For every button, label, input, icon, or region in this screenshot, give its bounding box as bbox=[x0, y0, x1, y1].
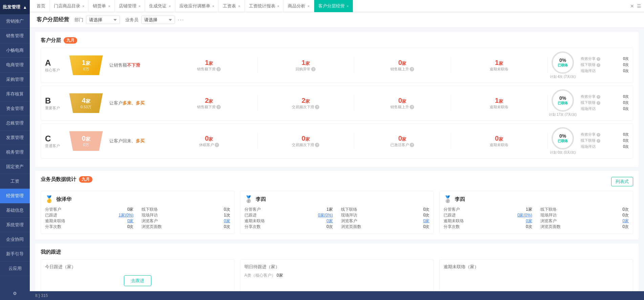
tab-close-icon[interactable]: × bbox=[347, 4, 349, 8]
tab-menu-icon[interactable]: ☰ bbox=[637, 3, 641, 9]
info-icon[interactable]: ? bbox=[410, 143, 414, 147]
followup-col-today: 今日跟进（家） 去跟进 bbox=[41, 259, 235, 291]
sidebar-item-发票管理[interactable]: 发票管理 bbox=[0, 131, 30, 145]
tab-客户分层经营[interactable]: 客户分层经营× bbox=[314, 0, 353, 12]
agent-stat-left-1-1: 已跟进 0家(0%) bbox=[244, 212, 333, 218]
tab-工资表[interactable]: 工资表× bbox=[219, 0, 244, 12]
agent-stat-label: 分管客户 bbox=[244, 207, 261, 212]
sidebar-item-新手引导[interactable]: 新手引导 bbox=[0, 247, 30, 261]
agent-stat-val[interactable]: 0家 bbox=[622, 218, 629, 224]
agent-stat-val: 1家 bbox=[526, 207, 532, 212]
tab-close-icon[interactable]: × bbox=[307, 4, 309, 8]
tab-close-icon[interactable]: × bbox=[238, 4, 240, 8]
side-info-icon[interactable]: ? bbox=[597, 101, 600, 105]
agent-stat-val[interactable]: 0家 bbox=[224, 218, 230, 224]
more-options-btn[interactable]: ··· bbox=[178, 17, 184, 23]
tab-工资统计报表[interactable]: 工资统计报表× bbox=[245, 0, 284, 12]
agent-select[interactable]: 请选择 bbox=[141, 16, 175, 24]
agent-stat-val[interactable]: 0家(0%) bbox=[318, 212, 333, 218]
tab-商品分析[interactable]: 商品分析× bbox=[284, 0, 314, 12]
tier-row-C: C普通客户 0家 0万 让客户回来、多买0家 休眠客户 ? 0家 交易频次下滑 … bbox=[41, 123, 633, 159]
settings-item[interactable]: ⚙ bbox=[0, 287, 30, 300]
agent-stat-val[interactable]: 0家 bbox=[423, 218, 430, 224]
sidebar-item-税务管理[interactable]: 税务管理 bbox=[0, 145, 30, 160]
sidebar-items: 营销推广销售管理小畅电商电商管理采购管理库存核算资金管理总账管理发票管理税务管理… bbox=[0, 14, 30, 276]
followup-tomorrow-title: 明日待跟进（家） bbox=[244, 264, 430, 270]
side-info-icon[interactable]: ? bbox=[597, 133, 600, 137]
tab-close-icon[interactable]: × bbox=[108, 4, 110, 8]
tab-首页[interactable]: 首页 bbox=[33, 0, 50, 12]
followup-a-label: A类（核心客户） 0家 bbox=[244, 273, 430, 278]
sidebar-item-库存核算[interactable]: 库存核算 bbox=[0, 87, 30, 101]
circle-sub: 计划 17次 (7天/次) bbox=[549, 112, 577, 117]
side-stat-label: 线下联络 ? bbox=[581, 138, 600, 143]
agent-stat-label: 浏览页面数 bbox=[142, 224, 162, 230]
sidebar-item-小畅电商[interactable]: 小畅电商 bbox=[0, 43, 30, 58]
sidebar-item-系统管理[interactable]: 系统管理 bbox=[0, 218, 30, 232]
sidebar-collapse-icon[interactable]: ▲ bbox=[23, 5, 27, 10]
goto-followup-button[interactable]: 去跟进 bbox=[124, 275, 151, 286]
tab-close-icon[interactable]: × bbox=[212, 4, 214, 8]
tab-销货单[interactable]: 销货单× bbox=[89, 0, 114, 12]
agent-stat-val[interactable]: 0家 bbox=[127, 218, 134, 224]
sidebar-item-经营管理[interactable]: 经营管理 bbox=[0, 189, 30, 203]
info-icon[interactable]: ? bbox=[315, 143, 319, 147]
info-icon[interactable]: ? bbox=[315, 105, 319, 109]
sidebar-item-资金管理[interactable]: 资金管理 bbox=[0, 101, 30, 116]
info-icon[interactable]: ? bbox=[410, 67, 414, 71]
circle-percent: 0% bbox=[559, 57, 566, 63]
info-icon[interactable]: ? bbox=[216, 105, 221, 109]
tab-close-icon[interactable]: × bbox=[169, 4, 171, 8]
tab-门店商品目录[interactable]: 门店商品目录× bbox=[50, 0, 89, 12]
sidebar-item-采购管理[interactable]: 采购管理 bbox=[0, 72, 30, 87]
agent-card-0: 🥇徐泽华 分管客户 0家 已跟进 1家(0%) 逾期未联络 0家 分享次数 0次… bbox=[41, 191, 235, 234]
followup-col-tomorrow: 明日待跟进（家） A类（核心客户） 0家 bbox=[240, 259, 434, 291]
side-stat-label: 有效分享 ? bbox=[581, 94, 600, 99]
sidebar-item-企业协同[interactable]: 企业协同 bbox=[0, 232, 30, 247]
info-icon[interactable]: ? bbox=[410, 105, 414, 109]
agent-stat-left-2-0: 分管客户 1家 bbox=[444, 207, 532, 212]
info-icon[interactable]: ? bbox=[216, 67, 221, 71]
agent-stat-val[interactable]: 0家 bbox=[326, 218, 333, 224]
tab-label-8: 商品分析 bbox=[288, 3, 305, 9]
tab-label-3: 店铺管理 bbox=[119, 3, 136, 9]
sidebar-item-云应用[interactable]: 云应用 bbox=[0, 261, 30, 276]
side-stat-label: 线下联络 ? bbox=[581, 100, 600, 105]
agent-stat-val[interactable]: 0家 bbox=[526, 218, 532, 224]
sidebar-item-电商管理[interactable]: 电商管理 bbox=[0, 58, 30, 72]
sidebar-item-基础信息[interactable]: 基础信息 bbox=[0, 203, 30, 218]
tab-应收应付调整单[interactable]: 应收应付调整单× bbox=[175, 0, 219, 12]
agent-stat-val: 0次 bbox=[622, 212, 629, 218]
dept-select[interactable]: 请选择 bbox=[86, 16, 120, 24]
sidebar-item-销售管理[interactable]: 销售管理 bbox=[0, 29, 30, 43]
sidebar-item-工资[interactable]: 工资 bbox=[0, 174, 30, 189]
agent-stat-val[interactable]: 0家(0%) bbox=[517, 212, 532, 218]
tab-close-icon[interactable]: × bbox=[277, 4, 279, 8]
info-icon[interactable]: ? bbox=[311, 67, 316, 71]
tier-shape-B: 4家 0.53万 bbox=[67, 93, 105, 113]
agent-left-col-0: 分管客户 0家 已跟进 1家(0%) 逾期未联络 0家 分享次数 0次 bbox=[45, 207, 133, 230]
tab-生成凭证[interactable]: 生成凭证× bbox=[145, 0, 175, 12]
tab-close-icon[interactable]: × bbox=[138, 4, 141, 8]
tab-close-icon[interactable]: ✕ bbox=[630, 3, 634, 9]
tier-amount: 0万 bbox=[83, 142, 89, 147]
circle-label: 已联络 bbox=[558, 63, 568, 68]
side-stat-val: 0次 bbox=[623, 132, 629, 137]
side-info-icon[interactable]: ? bbox=[597, 63, 600, 67]
tab-actions: ✕ ☰ bbox=[630, 3, 641, 9]
info-icon[interactable]: ? bbox=[215, 143, 219, 147]
side-info-icon[interactable]: ? bbox=[597, 139, 600, 143]
stat-num: 1家 bbox=[452, 59, 546, 67]
agent-right-col-1: 线下联络 0次 现场拜访 0次 浏览客户 0家 浏览页面数 0次 bbox=[341, 207, 429, 230]
sidebar-item-营销推广[interactable]: 营销推广 bbox=[0, 14, 30, 29]
tab-店铺管理[interactable]: 店铺管理× bbox=[115, 0, 145, 12]
side-info-icon[interactable]: ? bbox=[597, 57, 600, 61]
side-info-icon[interactable]: ? bbox=[597, 95, 600, 99]
agent-stat-left-0-3: 分享次数 0次 bbox=[45, 224, 133, 230]
list-view-button[interactable]: 列表式 bbox=[611, 177, 633, 186]
tab-close-icon[interactable]: × bbox=[82, 4, 84, 8]
sidebar-header[interactable]: 批发管理 ▲ bbox=[0, 0, 30, 14]
sidebar-item-总账管理[interactable]: 总账管理 bbox=[0, 116, 30, 131]
agent-stat-val[interactable]: 1家(0%) bbox=[119, 212, 133, 218]
sidebar-item-固定资产[interactable]: 固定资产 bbox=[0, 160, 30, 174]
